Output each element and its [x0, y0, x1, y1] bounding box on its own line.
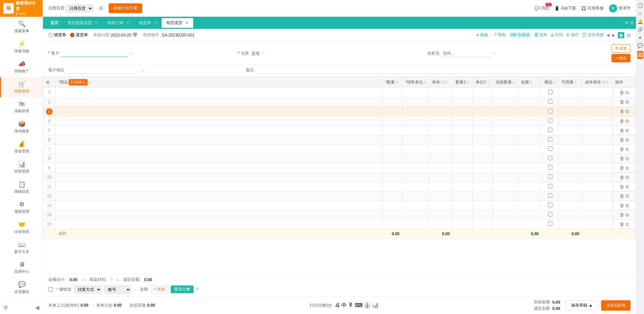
right-icon-1[interactable]: 📋: [637, 3, 643, 8]
tab-sales-invoice[interactable]: 销货单 ✕: [134, 18, 162, 28]
warehouse-dots[interactable]: ···: [261, 51, 264, 56]
tab-close-sales-order[interactable]: ✕: [126, 20, 129, 25]
sort-qty2-icon[interactable]: ⇅: [467, 80, 469, 84]
sort-amount-icon[interactable]: ⇅: [530, 80, 532, 84]
product-input-3[interactable]: [58, 109, 379, 114]
sort-unit2-icon[interactable]: ⇅: [487, 80, 489, 84]
sidebar-item-purchase[interactable]: 🛍 采购管理: [0, 97, 43, 117]
sort-product-icon[interactable]: ⇅: [88, 80, 91, 84]
settings-icon[interactable]: ⚙: [99, 5, 103, 11]
next-doc-icon[interactable]: ▶: [612, 33, 615, 38]
sidebar-item-finance[interactable]: 💰 资金管理: [0, 137, 43, 157]
gift-check-2[interactable]: [548, 99, 552, 104]
delete-row-13[interactable]: 🗑: [620, 202, 624, 208]
delete-row-12[interactable]: 🗑: [620, 193, 624, 199]
help-btn[interactable]: ? 帮助: [494, 32, 506, 38]
operate-btn[interactable]: ⚙ 操作: [566, 32, 579, 38]
right-icon-3[interactable]: 🔔: [637, 19, 643, 24]
customer-input[interactable]: [61, 50, 128, 57]
tab-sales-return[interactable]: 销货退货 ✕: [162, 18, 193, 28]
video-btn[interactable]: ● 视频: [477, 32, 488, 38]
delete-row-2[interactable]: 🗑: [620, 99, 624, 105]
prev-doc-icon[interactable]: ◀: [606, 33, 609, 38]
account-dots[interactable]: ···: [134, 287, 137, 292]
collapse-icon[interactable]: ◀: [35, 304, 39, 311]
copy-row-14[interactable]: ⧉: [626, 212, 629, 218]
sidebar-item-guide[interactable]: 📖 新手引导: [0, 238, 43, 258]
select-btn[interactable]: ☰ 选单: [534, 32, 547, 38]
bottom-icon-5[interactable]: 👔: [364, 302, 371, 309]
copy-row-5[interactable]: ⧉: [626, 127, 629, 133]
daily-select[interactable]: 日用百货: [66, 4, 93, 12]
addr-dots[interactable]: ···: [141, 68, 144, 73]
bottom-icon-1[interactable]: 🖨: [335, 302, 340, 309]
sort-qty-icon[interactable]: ⇅: [395, 80, 398, 84]
close-tab-icon[interactable]: ✕: [625, 20, 629, 25]
bottom-icon-6[interactable]: 📊: [372, 302, 379, 309]
radio-sales-invoice[interactable]: 销货单: [48, 32, 66, 38]
gift-check-3[interactable]: [548, 109, 552, 113]
delete-row-9[interactable]: 🗑: [620, 165, 624, 171]
sort-pack-icon[interactable]: ⇅: [513, 80, 515, 84]
sidebar-item-wechat[interactable]: 💬 企业微信: [0, 277, 43, 298]
remark-input[interactable]: [255, 67, 631, 74]
copy-row-8[interactable]: ⧉: [626, 155, 629, 162]
history-btn[interactable]: 📋 历史单据: [582, 32, 604, 38]
bottom-icon-3[interactable]: 🎙: [348, 302, 354, 309]
calc-method-select[interactable]: 结算方式: [74, 286, 102, 294]
sidebar-item-member[interactable]: V 畅会员: [0, 298, 43, 301]
delete-row-4[interactable]: 🗑: [620, 118, 624, 124]
sidebar-item-inventory[interactable]: 📦 库存核算: [0, 117, 43, 137]
delete-row-8[interactable]: 🗑: [620, 155, 624, 162]
save-new-button[interactable]: 保存&新增: [601, 300, 631, 311]
split-help-icon[interactable]: ?: [196, 287, 199, 292]
scan-input-btn[interactable]: 扫码录入: [69, 79, 88, 85]
sidebar-item-quick[interactable]: ⚡ 快捷导航: [0, 37, 43, 57]
right-icon-2[interactable]: ⚠: [638, 11, 642, 16]
delete-row-11[interactable]: 🗑: [620, 184, 624, 190]
copy-row-2[interactable]: ⧉: [626, 99, 629, 105]
delete-row-14[interactable]: 🗑: [620, 212, 624, 218]
copy-row-9[interactable]: ⧉: [626, 165, 629, 171]
message-button[interactable]: 💬 消息 70: [535, 5, 549, 11]
salesperson-dots[interactable]: ···: [492, 51, 496, 56]
cash-discount-help[interactable]: ?: [111, 278, 113, 281]
tab-close-return[interactable]: ✕: [185, 20, 189, 25]
sidebar-item-sales[interactable]: 🛒 销售管理: [0, 77, 43, 97]
sort-gift-icon[interactable]: ⇅: [553, 80, 556, 84]
qty-input-1[interactable]: [385, 90, 399, 95]
copy-row-7[interactable]: ⧉: [626, 146, 629, 152]
sort-avail-icon[interactable]: ⇅: [574, 80, 577, 84]
delete-row-6[interactable]: 🗑: [620, 137, 624, 143]
delete-row-5[interactable]: 🗑: [620, 127, 624, 133]
delete-row-10[interactable]: 🗑: [620, 174, 624, 180]
print-btn[interactable]: 🖨 打印: [550, 32, 563, 38]
delete-row-7[interactable]: 🗑: [620, 146, 624, 152]
cost-info-icon[interactable]: ⓘ: [602, 80, 605, 85]
copy-row-3[interactable]: ⧉: [626, 108, 629, 114]
salesperson-input[interactable]: [441, 50, 491, 57]
delete-row-15[interactable]: 🗑: [620, 221, 624, 227]
customer-addr-input[interactable]: [66, 67, 140, 74]
right-icon-6[interactable]: 💬: [637, 43, 643, 48]
sidebar-item-operations[interactable]: 📊 经营管理: [0, 157, 43, 177]
split-cost-button[interactable]: 费用分摊: [171, 286, 194, 293]
copy-row-11[interactable]: ⧉: [626, 184, 629, 190]
daily-goods-selector[interactable]: 日用百货 日用百货: [48, 4, 93, 12]
sort-cost-icon[interactable]: ⇅: [606, 80, 608, 84]
right-icon-7[interactable]: 🖼: [637, 51, 643, 59]
grid-view-icon[interactable]: ▦: [618, 32, 624, 38]
add-row-button[interactable]: +: [46, 108, 53, 115]
tab-close-invoice[interactable]: ✕: [154, 20, 157, 25]
copy-row-13[interactable]: ⧉: [626, 202, 629, 208]
user-profile[interactable]: 徐 徐泽华: [609, 4, 631, 12]
copy-row-15[interactable]: ⧉: [626, 221, 629, 227]
sidebar-item-basics[interactable]: 📋 基础信息: [0, 177, 43, 197]
product-input-1[interactable]: [58, 90, 379, 95]
sidebar-item-enterprise[interactable]: 🤝 企业协同: [0, 217, 43, 238]
right-icon-5[interactable]: ★: [638, 35, 642, 40]
app-download-button[interactable]: 📱 App下载: [554, 5, 576, 11]
copy-row-6[interactable]: ⧉: [626, 137, 629, 143]
sidebar-item-appstore[interactable]: 🖥 应用中心: [0, 258, 43, 277]
online-service-button[interactable]: 🎧 在线客服: [581, 5, 604, 11]
